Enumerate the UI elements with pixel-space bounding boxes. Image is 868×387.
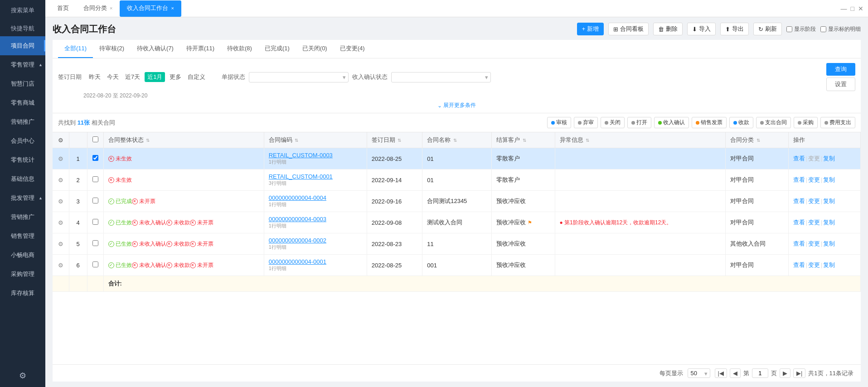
maximize-button[interactable]: □ — [851, 5, 854, 12]
row-settings-4[interactable]: ⚙ — [53, 212, 69, 233]
status-tab-pending-invoice[interactable]: 待开票(11) — [180, 40, 221, 58]
status-tab-changed[interactable]: 已变更(4) — [334, 40, 371, 58]
date-opt-last1month[interactable]: 近1月 — [145, 72, 165, 82]
op-复制-6[interactable]: 复制 — [823, 261, 835, 268]
sidebar-item-inventory[interactable]: 库存核算 — [0, 284, 45, 303]
export-button[interactable]: ⬆ 导出 — [720, 23, 749, 35]
op-复制-2[interactable]: 复制 — [823, 176, 835, 183]
tab-contract-category[interactable]: 合同分类× — [76, 0, 120, 17]
show-details-checkbox[interactable]: 显示标的明细 — [820, 25, 861, 33]
page-number-input[interactable] — [752, 368, 768, 378]
contract-code-link-1[interactable]: RETAIL_CUSTOM-0003 — [269, 152, 333, 159]
sidebar-item-retail-mgmt[interactable]: 零售管理 — [0, 55, 45, 74]
sidebar-item-marketing[interactable]: 营销推广 — [0, 112, 45, 131]
contract-code-link-3[interactable]: 0000000000004-0004 — [269, 194, 326, 201]
status-tab-all[interactable]: 全部(11) — [58, 40, 93, 58]
op-变更-3[interactable]: 变更 — [808, 198, 820, 204]
contract-board-button[interactable]: ⊞ 合同看板 — [608, 23, 649, 35]
status-tab-closed[interactable]: 已关闭(0) — [296, 40, 334, 58]
prev-page-button[interactable]: ◀ — [730, 368, 741, 378]
row-settings-2[interactable]: ⚙ — [53, 169, 69, 191]
refresh-button[interactable]: ↻ 刷新 — [753, 23, 782, 35]
op-复制-4[interactable]: 复制 — [823, 219, 835, 226]
sidebar-item-sales-mgmt[interactable]: 销售管理 — [0, 227, 45, 246]
tab-close-contract-category[interactable]: × — [110, 5, 112, 11]
delete-button[interactable]: 🗑 删除 — [653, 23, 683, 35]
date-opt-last7days[interactable]: 近7天 — [123, 72, 142, 82]
minimize-button[interactable]: — — [841, 5, 847, 12]
op-复制-1[interactable]: 复制 — [823, 155, 835, 162]
last-page-button[interactable]: ▶| — [793, 368, 805, 378]
action-abandon-button[interactable]: 弃审 — [574, 117, 598, 128]
import-button[interactable]: ⬇ 导入 — [687, 23, 716, 35]
op-复制-5[interactable]: 复制 — [823, 240, 835, 247]
op-变更-4[interactable]: 变更 — [808, 219, 820, 226]
income-confirm-select[interactable] — [391, 72, 491, 82]
date-opt-more[interactable]: 更多 — [168, 72, 183, 82]
date-opt-custom[interactable]: 自定义 — [186, 72, 207, 82]
date-opt-yesterday[interactable]: 昨天 — [87, 72, 102, 82]
row-settings-6[interactable]: ⚙ — [53, 255, 69, 276]
sidebar-item-xiaopang[interactable]: 小畅电商 — [0, 246, 45, 265]
show-fields-input[interactable] — [786, 26, 792, 32]
show-details-input[interactable] — [820, 26, 826, 32]
tab-income-contract[interactable]: 收入合同工作台× — [120, 0, 181, 17]
sidebar-item-base-info[interactable]: 基础信息 — [0, 169, 45, 189]
sidebar-nav[interactable]: 快捷导航 — [0, 21, 45, 36]
op-变更-2[interactable]: 变更 — [808, 176, 820, 183]
op-查看-5[interactable]: 查看 — [793, 240, 805, 247]
set-button[interactable]: 设置 — [826, 77, 855, 91]
sidebar-item-retail-stats[interactable]: 零售统计 — [0, 150, 45, 169]
action-open-button[interactable]: 打开 — [627, 117, 651, 128]
sidebar-settings[interactable]: ⚙ — [0, 364, 45, 387]
sidebar-item-retail-mall[interactable]: 零售商城 — [0, 93, 45, 112]
row-check-5[interactable] — [87, 233, 103, 255]
row-check-4[interactable] — [87, 212, 103, 233]
op-查看-3[interactable]: 查看 — [793, 198, 805, 204]
action-income-confirm-button[interactable]: 收入确认 — [654, 117, 689, 128]
first-page-button[interactable]: |◀ — [715, 368, 727, 378]
add-button[interactable]: + 新增 — [577, 23, 604, 35]
tab-home[interactable]: 首页 — [50, 0, 76, 17]
row-check-6[interactable] — [87, 255, 103, 276]
query-button[interactable]: 查询 — [826, 63, 855, 76]
tab-close-income-contract[interactable]: × — [171, 5, 174, 11]
contract-code-link-5[interactable]: 0000000000004-0002 — [269, 237, 326, 244]
row-check-3[interactable] — [87, 191, 103, 212]
row-settings-1[interactable]: ⚙ — [53, 148, 69, 169]
op-查看-6[interactable]: 查看 — [793, 261, 805, 268]
status-tab-pending-confirm[interactable]: 待收入确认(7) — [131, 40, 180, 58]
status-tab-pending-collect[interactable]: 待收款(8) — [221, 40, 258, 58]
sidebar-item-smart-store[interactable]: 智慧门店 — [0, 74, 45, 93]
op-查看-4[interactable]: 查看 — [793, 219, 805, 226]
status-tab-completed[interactable]: 已完成(1) — [258, 40, 296, 58]
action-collect-button[interactable]: 收款 — [729, 117, 753, 128]
sidebar-item-wholesale[interactable]: 批发管理 — [0, 189, 45, 208]
sidebar-item-project[interactable]: 项目合同 — [0, 36, 45, 55]
date-opt-today[interactable]: 今天 — [105, 72, 121, 82]
sidebar-item-member[interactable]: 会员中心 — [0, 131, 45, 150]
doc-status-select[interactable] — [249, 72, 349, 82]
expand-button[interactable]: ⌄ 展开更多条件 — [437, 102, 476, 109]
op-变更-5[interactable]: 变更 — [808, 240, 820, 247]
contract-code-link-4[interactable]: 0000000000004-0003 — [269, 216, 326, 223]
close-button[interactable]: ✕ — [858, 5, 863, 12]
row-check-1[interactable] — [87, 148, 103, 169]
action-sales-invoice-button[interactable]: 销售发票 — [692, 117, 727, 128]
op-查看-2[interactable]: 查看 — [793, 176, 805, 183]
sidebar-item-sales-marketing[interactable]: 营销推广 — [0, 208, 45, 227]
op-变更-6[interactable]: 变更 — [808, 261, 820, 268]
action-expense-out-button[interactable]: 费用支出 — [820, 117, 855, 128]
action-close-button[interactable]: 关闭 — [601, 117, 625, 128]
contract-code-link-6[interactable]: 0000000000004-0001 — [269, 258, 326, 265]
op-复制-3[interactable]: 复制 — [823, 198, 835, 204]
row-check-2[interactable] — [87, 169, 103, 191]
show-fields-checkbox[interactable]: 显示阶段 — [786, 25, 816, 33]
action-purchase-button[interactable]: 采购 — [794, 117, 818, 128]
select-all-checkbox[interactable] — [92, 136, 98, 142]
action-expense-contract-button[interactable]: 支出合同 — [756, 117, 791, 128]
next-page-button[interactable]: ▶ — [780, 368, 790, 378]
action-review-button[interactable]: 审核 — [547, 117, 571, 128]
row-settings-3[interactable]: ⚙ — [53, 191, 69, 212]
sidebar-item-purchase[interactable]: 采购管理 — [0, 265, 45, 284]
